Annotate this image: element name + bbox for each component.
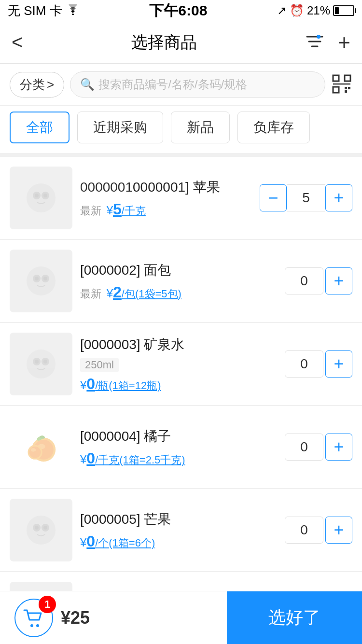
product-item-2: [0000002] 面包 最新 ¥2/包(1袋=5包) + <box>0 240 362 322</box>
svg-point-38 <box>35 526 39 530</box>
svg-point-0 <box>72 14 74 15</box>
product-item-4: [0000004] 橘子 ¥0/千克(1箱=2.5千克) + <box>0 406 362 488</box>
scan-button[interactable] <box>331 73 352 96</box>
nav-actions: + <box>305 30 350 55</box>
category-button[interactable]: 分类 > <box>10 72 64 98</box>
qty-plus-1[interactable]: + <box>325 184 352 211</box>
owl-logo-icon-5 <box>24 513 58 547</box>
svg-rect-5 <box>333 75 339 81</box>
bottom-bar: 1 ¥25 选好了 <box>0 591 362 644</box>
qty-input-4[interactable] <box>285 434 323 461</box>
qty-control-2: + <box>285 267 352 294</box>
tab-new[interactable]: 新品 <box>171 112 230 143</box>
owl-logo-icon-3 <box>24 347 58 381</box>
qty-control-1: − + <box>260 184 352 211</box>
search-icon: 🔍 <box>80 78 95 91</box>
pid1: 0000001 <box>133 180 185 195</box>
status-bar: 无 SIM 卡 下午6:08 ↗ ⏰ 21% <box>0 0 362 21</box>
qty-input-1[interactable] <box>287 184 325 211</box>
back-button[interactable]: < <box>12 31 23 53</box>
confirm-button[interactable]: 选好了 <box>227 591 362 644</box>
category-label: 分类 <box>20 76 45 93</box>
svg-point-17 <box>27 266 56 295</box>
cart-area: 1 ¥25 <box>0 599 104 637</box>
product-info-2: [0000002] 面包 最新 ¥2/包(1袋=5包) <box>80 261 277 301</box>
cart-icon-wrap[interactable]: 1 <box>14 599 53 637</box>
pname1: 苹果 <box>193 180 220 195</box>
wifi-icon <box>66 3 80 18</box>
product-info-1: 00000010000001] 苹果 最新 ¥5/千克 <box>80 178 252 218</box>
product-price-2: 最新 ¥2/包(1袋=5包) <box>80 283 277 301</box>
orange-image <box>24 430 58 464</box>
qty-plus-3[interactable]: + <box>325 350 352 378</box>
carrier-text: 无 SIM 卡 <box>8 2 62 19</box>
product-price-3: ¥0/瓶(1箱=12瓶) <box>80 375 277 393</box>
svg-point-39 <box>43 526 47 530</box>
product-name-1: 00000010000001] 苹果 <box>80 178 252 196</box>
tab-all[interactable]: 全部 <box>10 112 70 143</box>
qty-plus-2[interactable]: + <box>325 267 352 294</box>
product-image-3 <box>10 333 72 395</box>
search-bar[interactable]: 🔍 搜索商品编号/名称/条码/规格 <box>70 71 325 98</box>
svg-point-20 <box>35 277 39 280</box>
svg-point-22 <box>27 350 56 378</box>
svg-point-35 <box>27 516 56 545</box>
svg-point-25 <box>35 360 39 364</box>
product-price-1: 最新 ¥5/千克 <box>80 200 252 218</box>
svg-point-4 <box>317 35 320 39</box>
scan-icon <box>331 73 352 95</box>
svg-rect-9 <box>345 87 347 89</box>
product-item-1: 00000010000001] 苹果 最新 ¥5/千克 − + <box>0 157 362 239</box>
owl-logo-icon <box>24 181 58 215</box>
product-item-5: [0000005] 芒果 ¥0/个(1箱=6个) + <box>0 489 362 571</box>
status-time: 下午6:08 <box>149 1 207 21</box>
product-info-3: [0000003] 矿泉水 250ml ¥0/瓶(1箱=12瓶) <box>80 336 277 393</box>
qty-control-4: + <box>285 434 352 461</box>
product-image-4 <box>10 416 72 478</box>
svg-point-26 <box>43 360 47 364</box>
svg-rect-10 <box>348 87 350 89</box>
svg-point-47 <box>36 624 39 627</box>
product-name-4: [0000004] 橘子 <box>80 427 277 446</box>
battery-percent: 21% <box>307 4 330 17</box>
product-name-5: [0000005] 芒果 <box>80 510 277 529</box>
svg-point-21 <box>43 277 47 280</box>
svg-point-15 <box>35 194 39 197</box>
category-chevron: > <box>47 77 54 92</box>
tab-negative[interactable]: 负库存 <box>237 112 310 143</box>
cart-badge: 1 <box>39 596 56 613</box>
product-info-5: [0000005] 芒果 ¥0/个(1箱=6个) <box>80 510 277 550</box>
qty-plus-5[interactable]: + <box>325 517 352 544</box>
filter-button[interactable] <box>305 33 324 52</box>
svg-rect-11 <box>345 90 347 93</box>
svg-point-12 <box>27 183 56 212</box>
add-button[interactable]: + <box>338 30 350 55</box>
product-image-1 <box>10 167 72 229</box>
product-name-3: [0000003] 矿泉水 <box>80 336 277 354</box>
qty-minus-1[interactable]: − <box>260 184 287 211</box>
tab-row: 全部 近期采购 新品 负库存 <box>0 106 362 157</box>
svg-rect-7 <box>345 75 350 81</box>
tab-recent[interactable]: 近期采购 <box>77 112 163 143</box>
product-image-5 <box>10 499 72 561</box>
qty-plus-4[interactable]: + <box>325 434 352 461</box>
cart-total: ¥25 <box>61 608 90 628</box>
qty-input-5[interactable] <box>285 517 323 544</box>
page-title: 选择商品 <box>131 31 197 54</box>
owl-logo-icon-2 <box>24 264 58 298</box>
svg-point-46 <box>30 624 33 627</box>
product-price-4: ¥0/千克(1箱=2.5千克) <box>80 449 277 467</box>
filter-icon <box>305 33 324 50</box>
qty-input-2[interactable] <box>285 267 323 294</box>
svg-point-32 <box>30 448 36 452</box>
product-info-4: [0000004] 橘子 ¥0/千克(1箱=2.5千克) <box>80 427 277 467</box>
svg-point-31 <box>29 447 41 458</box>
filter-row: 分类 > 🔍 搜索商品编号/名称/条码/规格 <box>0 64 362 106</box>
status-left: 无 SIM 卡 <box>8 2 80 19</box>
qty-control-3: + <box>285 350 352 378</box>
product-spec-3: 250ml <box>80 358 119 372</box>
location-icon: ↗ <box>277 4 287 17</box>
product-name-2: [0000002] 面包 <box>80 261 277 280</box>
qty-input-3[interactable] <box>285 350 323 378</box>
svg-rect-6 <box>333 87 339 93</box>
